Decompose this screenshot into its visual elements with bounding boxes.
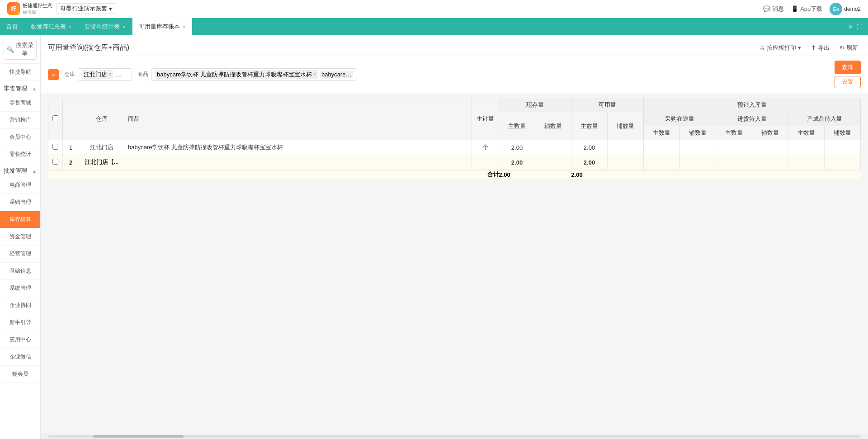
close-all-icon[interactable]: ✕ (848, 24, 853, 30)
sidebar-item-biz-mgmt[interactable]: 经营管理 (0, 245, 40, 263)
row1-incoming-main (716, 140, 752, 155)
sidebar-item-new-user-guide[interactable]: 新手引导 (0, 314, 40, 331)
product-filter: 商品 babycare学饮杯 儿童防摔防撞吸管杯重力球吸嘴杯宝宝水杯 × bab… (137, 68, 357, 81)
tab-kuyong-close[interactable]: × (183, 24, 185, 29)
sidebar-item-ecom-mgmt[interactable]: 电商管理 (0, 177, 40, 194)
sidebar-item-sys-mgmt[interactable]: 系统管理 (0, 280, 40, 297)
sidebar-item-marketing[interactable]: 营销推广 (0, 112, 40, 129)
sidebar-item-member-center[interactable]: 会员中心 (0, 129, 40, 146)
tab-kuyong-label: 可用量库存账本 (139, 23, 180, 31)
sidebar: 🔍 搜索菜单 快捷导航 零售管理 ▲ 零售商城 营销推广 会员中心 零售统计 批… (0, 35, 41, 439)
warehouse-remove-icon[interactable]: × (108, 72, 111, 77)
th-product: 商品 (124, 98, 472, 140)
content-area: 可用量查询(按仓库+商品) 🖨 按模板打印 ▾ ⬆ 导出 ↻ 刷新 (41, 35, 868, 439)
inventory-table: 仓库 商品 主计量 现存量 可用量 预计入库量 主数量 辅数量 主数量 辅数量 … (48, 98, 861, 179)
dropdown-arrow-icon: ▾ (798, 44, 801, 51)
th-checkbox[interactable] (48, 98, 63, 140)
sidebar-item-retail-mall[interactable]: 零售商城 (0, 94, 40, 112)
tab-yaohuo-close[interactable]: × (123, 24, 125, 29)
th-available-main: 主数量 (571, 112, 608, 140)
warehouse-tag: 江北门店 × (82, 70, 113, 79)
th-production-group: 产成品待入量 (788, 112, 861, 126)
refresh-label: 刷新 (846, 44, 858, 52)
table-row: 1 江北门店 babycare学饮杯 儿童防摔防撞吸管杯重力球吸嘴杯宝宝水杯 个… (48, 140, 861, 155)
settings-btn[interactable]: 设置 (835, 76, 861, 88)
row2-purchase-main (644, 155, 680, 170)
app-download-btn[interactable]: 📱 App下载 (791, 5, 822, 13)
row2-unit (472, 155, 499, 170)
th-incoming-group: 进货待入量 (716, 112, 788, 126)
tab-home[interactable]: 首页 (0, 18, 24, 35)
th-stock-main: 主数量 (499, 112, 535, 140)
query-action-btns: 查询 设置 (835, 61, 861, 88)
row2-purchase-sub (680, 155, 716, 170)
row1-checkbox[interactable] (48, 140, 63, 155)
row1-unit: 个 (472, 140, 499, 155)
row2-index: 2 (63, 155, 79, 170)
top-bar: 好 畅捷通好生意 标准版 母婴行业演示账套 ▾ 💬 消息 📱 App下载 Ea … (0, 0, 868, 18)
export-btn[interactable]: ⬆ 导出 (808, 43, 832, 53)
logo-icon: 好 (7, 2, 20, 15)
maximize-icon[interactable]: ⛶ (857, 24, 863, 30)
row1-stock-sub (535, 140, 571, 155)
warehouse-more-icon[interactable]: … (116, 71, 122, 78)
message-label: 消息 (772, 5, 784, 13)
sidebar-item-retail-mgmt[interactable]: 零售管理 ▲ (0, 81, 40, 94)
tab-yaohuo[interactable]: 要货单统计表 × (78, 18, 132, 35)
sidebar-item-basic-info[interactable]: 基础信息 (0, 263, 40, 280)
tab-shoufa-close[interactable]: × (69, 24, 71, 29)
sidebar-item-wholesale-mgmt[interactable]: 批发管理 ▲ (0, 163, 40, 177)
select-all-checkbox[interactable] (52, 115, 58, 121)
scroll-thumb[interactable] (93, 435, 184, 438)
scroll-track[interactable] (48, 435, 861, 438)
warehouse-select[interactable]: 江北门店 × … (78, 68, 132, 81)
th-production-sub: 辅数量 (825, 126, 861, 140)
sidebar-item-enterprise-collab[interactable]: 企业协同 (0, 297, 40, 314)
row1-available-sub (608, 140, 644, 155)
main-layout: 🔍 搜索菜单 快捷导航 零售管理 ▲ 零售商城 营销推广 会员中心 零售统计 批… (0, 35, 868, 439)
refresh-btn[interactable]: ↻ 刷新 (837, 43, 861, 53)
window-controls: ✕ ⛶ (843, 24, 868, 30)
horizontal-scrollbar[interactable] (41, 434, 868, 439)
message-btn[interactable]: 💬 消息 (763, 5, 784, 13)
sidebar-item-vip-member[interactable]: 畅会员 (0, 366, 40, 383)
app-download-label: App下载 (800, 5, 822, 13)
page-header: 可用量查询(按仓库+商品) 🖨 按模板打印 ▾ ⬆ 导出 ↻ 刷新 (41, 35, 868, 56)
industry-select-label: 母婴行业演示账套 (60, 5, 107, 13)
tab-kuyong[interactable]: 可用量库存账本 × (132, 18, 192, 35)
industry-select[interactable]: 母婴行业演示账套 ▾ (56, 3, 116, 14)
row2-production-main (788, 155, 825, 170)
template-print-btn[interactable]: 🖨 按模板打印 ▾ (756, 43, 804, 53)
th-purchase-sub: 辅数量 (680, 126, 716, 140)
footer-incoming-sub (752, 170, 788, 179)
search-menu-btn[interactable]: 🔍 搜索菜单 (4, 39, 37, 60)
sidebar-item-retail-stats[interactable]: 零售统计 (0, 146, 40, 163)
footer-purchase-main (644, 170, 680, 179)
warehouse-filter: 仓库 江北门店 × … (64, 68, 132, 81)
row2-incoming-main (716, 155, 752, 170)
row2-warehouse: 江北门店【... (79, 155, 124, 170)
row2-checkbox[interactable] (48, 155, 63, 170)
sidebar-item-inventory-check[interactable]: 库存核算 (0, 211, 40, 228)
sidebar-item-finance-mgmt[interactable]: 资金管理 (0, 228, 40, 245)
product-select[interactable]: babycare学饮杯 儿童防摔防撞吸管杯重力球吸嘴杯宝宝水杯 × babyca… (151, 68, 357, 81)
top-bar-left: 好 畅捷通好生意 标准版 母婴行业演示账套 ▾ (7, 2, 116, 15)
logo-main-text: 畅捷通好生意 (23, 2, 52, 9)
search-menu-label: 搜索菜单 (16, 41, 33, 57)
product-tag-1-remove[interactable]: × (313, 72, 316, 77)
query-btn[interactable]: 查询 (835, 61, 861, 74)
footer-label: 合计 (48, 170, 499, 179)
row1-warehouse: 江北门店 (79, 140, 124, 155)
row2-product (124, 155, 472, 170)
tab-shoufa[interactable]: 收发存汇总表 × (24, 18, 78, 35)
sidebar-item-app-center[interactable]: 应用中心 (0, 331, 40, 349)
footer-purchase-sub (680, 170, 716, 179)
user-area[interactable]: Ea demo2 (830, 3, 861, 15)
product-tag-2: babycare… (320, 71, 353, 78)
sidebar-item-enterprise-wechat[interactable]: 企业微信 (0, 349, 40, 366)
tab-home-label: 首页 (6, 23, 18, 31)
sidebar-item-purchase-mgmt[interactable]: 采购管理 (0, 194, 40, 211)
sidebar-item-quick-nav[interactable]: 快捷导航 (0, 64, 40, 81)
filter-toggle-btn[interactable]: » (48, 69, 59, 80)
tab-yaohuo-label: 要货单统计表 (85, 23, 120, 31)
